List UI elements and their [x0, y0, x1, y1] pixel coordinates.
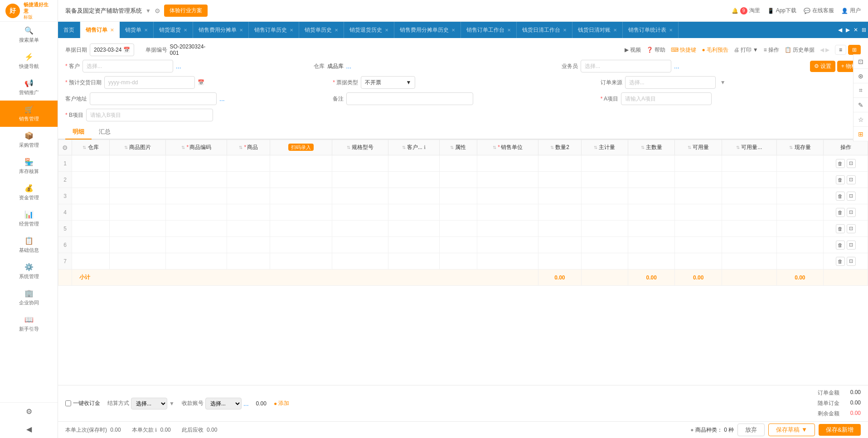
- print-btn[interactable]: 🖨 打印 ▼: [734, 46, 758, 54]
- row-scan-4[interactable]: [270, 204, 332, 221]
- row-available-1[interactable]: [675, 155, 722, 172]
- copy-icon-7[interactable]: ⊡: [847, 257, 856, 266]
- row-stock-6[interactable]: [776, 237, 823, 253]
- row-warehouse-1[interactable]: [72, 155, 110, 172]
- row-spec-3[interactable]: [332, 188, 388, 204]
- col-available[interactable]: ⇅ 可用量: [675, 140, 722, 155]
- row-attribute-4[interactable]: [439, 204, 477, 221]
- form-view-btn[interactable]: ⊞: [848, 45, 861, 55]
- row-sku-1[interactable]: [165, 155, 227, 172]
- row-main-unit-6[interactable]: [581, 237, 628, 253]
- staff-input[interactable]: [581, 60, 671, 72]
- row-spec-6[interactable]: [332, 237, 388, 253]
- row-sku-7[interactable]: [165, 253, 227, 270]
- row-main-qty-3[interactable]: [628, 188, 675, 204]
- row-stock-1[interactable]: [776, 155, 823, 172]
- tab-prev-btn[interactable]: ◀: [836, 27, 844, 33]
- account-select[interactable]: 选择...: [205, 398, 242, 409]
- row-stock-5[interactable]: [776, 221, 823, 237]
- view-video-btn[interactable]: ▶ 视频: [625, 46, 641, 54]
- sidebar-item-inventory[interactable]: 🏪 库存核算: [0, 153, 58, 179]
- row-sku-4[interactable]: [165, 204, 227, 221]
- copy-icon-5[interactable]: ⊡: [847, 224, 856, 233]
- sidebar-item-guide[interactable]: 📖 新手引导: [0, 311, 58, 337]
- row-product-4[interactable]: [227, 204, 270, 221]
- row-spec-1[interactable]: [332, 155, 388, 172]
- row-attribute-6[interactable]: [439, 237, 477, 253]
- table-gear-icon[interactable]: ⚙: [62, 144, 68, 151]
- tab-next-btn[interactable]: ▶: [844, 27, 852, 33]
- delete-icon-6[interactable]: 🗑: [836, 241, 845, 250]
- tab-item-2[interactable]: 销货单 ✕: [120, 22, 154, 38]
- col-sales-unit[interactable]: ⇅ *销售单位: [477, 140, 538, 155]
- industry-btn[interactable]: 体验行业方案: [164, 5, 208, 17]
- rs-btn-3[interactable]: ⌗: [853, 83, 868, 98]
- row-qty2-1[interactable]: [538, 155, 581, 172]
- row-stock-4[interactable]: [776, 204, 823, 221]
- row-image-5[interactable]: [109, 221, 165, 237]
- row-main-unit-4[interactable]: [581, 204, 628, 221]
- row-available2-7[interactable]: [722, 253, 776, 270]
- row-image-2[interactable]: [109, 172, 165, 188]
- sidebar-item-system[interactable]: ⚙️ 系统管理: [0, 258, 58, 284]
- system-dropdown-icon[interactable]: ▼: [145, 8, 151, 14]
- row-sku-3[interactable]: [165, 188, 227, 204]
- tab-item-0[interactable]: 首页: [58, 22, 80, 38]
- col-image[interactable]: ⇅ 商品图片: [109, 140, 165, 155]
- row-spec-2[interactable]: [332, 172, 388, 188]
- row-qty2-3[interactable]: [538, 188, 581, 204]
- tab-item-3[interactable]: 销货退货 ✕: [154, 22, 193, 38]
- add-btn[interactable]: ● 添加: [274, 399, 289, 407]
- tab-close-icon-7[interactable]: ✕: [385, 28, 388, 33]
- row-main-qty-7[interactable]: [628, 253, 675, 270]
- row-main-qty-2[interactable]: [628, 172, 675, 188]
- row-qty2-5[interactable]: [538, 221, 581, 237]
- save-new-btn[interactable]: 保存&新增: [819, 424, 861, 436]
- row-available-6[interactable]: [675, 237, 722, 253]
- row-main-unit-1[interactable]: [581, 155, 628, 172]
- row-available-5[interactable]: [675, 221, 722, 237]
- discard-btn[interactable]: 放弃: [737, 424, 765, 436]
- col-warehouse[interactable]: ⇅ 仓库: [72, 140, 110, 155]
- remark-input[interactable]: [346, 92, 473, 105]
- tab-summary[interactable]: 汇总: [92, 125, 118, 140]
- delete-icon-2[interactable]: 🗑: [836, 175, 845, 184]
- row-available-2[interactable]: [675, 172, 722, 188]
- tab-item-9[interactable]: 销售订单工作台 ✕: [461, 22, 517, 38]
- row-sales-unit-1[interactable]: [477, 155, 538, 172]
- row-qty2-2[interactable]: [538, 172, 581, 188]
- row-image-6[interactable]: [109, 237, 165, 253]
- table-scroll[interactable]: ⚙ ⇅ 仓库 ⇅ 商品图片 ⇅ *商品编码 ⇅ *商品 扫码录入 ⇅ 规格型号 …: [58, 140, 868, 385]
- tab-close-icon-5[interactable]: ✕: [290, 28, 293, 33]
- row-stock-2[interactable]: [776, 172, 823, 188]
- online-service-btn[interactable]: 💬 在线客服: [804, 7, 834, 14]
- row-main-unit-3[interactable]: [581, 188, 628, 204]
- copy-icon-1[interactable]: ⊡: [847, 159, 856, 168]
- row-scan-3[interactable]: [270, 188, 332, 204]
- row-image-3[interactable]: [109, 188, 165, 204]
- sidebar-item-marketing[interactable]: 📢 营销推广: [0, 74, 58, 101]
- tab-item-1[interactable]: 销售订单 ✕: [80, 22, 120, 38]
- rs-btn-4[interactable]: ✎: [853, 98, 868, 112]
- row-attribute-2[interactable]: [439, 172, 477, 188]
- invoice-select[interactable]: 不开票 ▼: [361, 76, 415, 89]
- row-spec-7[interactable]: [332, 253, 388, 270]
- tab-menu-btn[interactable]: ✕: [852, 27, 860, 33]
- customer-input[interactable]: [82, 60, 173, 72]
- row-main-unit-2[interactable]: [581, 172, 628, 188]
- row-available2-5[interactable]: [722, 221, 776, 237]
- tab-item-8[interactable]: 销售费用分摊单历史 ✕: [394, 22, 461, 38]
- row-customer-code-1[interactable]: [388, 155, 440, 172]
- row-sales-unit-3[interactable]: [477, 188, 538, 204]
- row-attribute-7[interactable]: [439, 253, 477, 270]
- row-spec-4[interactable]: [332, 204, 388, 221]
- row-attribute-5[interactable]: [439, 221, 477, 237]
- row-customer-code-6[interactable]: [388, 237, 440, 253]
- col-scan[interactable]: 扫码录入: [270, 140, 332, 155]
- row-main-unit-5[interactable]: [581, 221, 628, 237]
- row-qty2-7[interactable]: [538, 253, 581, 270]
- tab-close-icon-2[interactable]: ✕: [144, 28, 148, 33]
- row-available-3[interactable]: [675, 188, 722, 204]
- row-sales-unit-6[interactable]: [477, 237, 538, 253]
- delete-icon-4[interactable]: 🗑: [836, 208, 845, 217]
